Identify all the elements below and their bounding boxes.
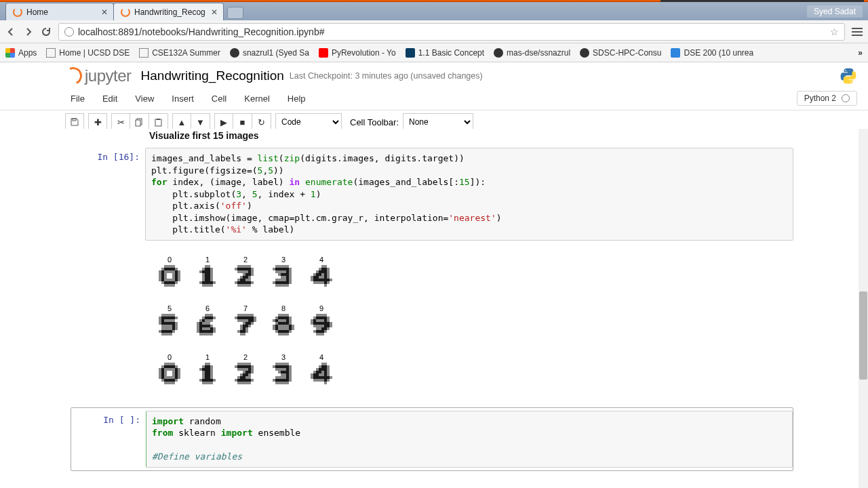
digit-label: 3: [281, 353, 285, 361]
digit-subplot: 4: [311, 256, 332, 287]
browser-tab[interactable]: Home✕: [5, 3, 114, 20]
bookmark-label: Apps: [18, 48, 37, 58]
bookmark-item[interactable]: DSE 200 (10 unrea: [671, 48, 753, 58]
bookmark-favicon-icon: [494, 48, 503, 58]
input-prompt: In [16]:: [71, 148, 145, 241]
address-bar[interactable]: localhost:8891/notebooks/Handwriting_Rec…: [58, 23, 845, 41]
url-text: localhost:8891/notebooks/Handwriting_Rec…: [78, 26, 324, 37]
digit-label: 2: [243, 256, 248, 264]
digit-subplot: 3: [273, 353, 294, 384]
bookmark-star-icon[interactable]: ☆: [830, 26, 839, 37]
bookmark-favicon-icon: [406, 48, 415, 58]
digit-label: 6: [205, 304, 210, 312]
chrome-menu-button[interactable]: [852, 28, 863, 36]
bookmark-item[interactable]: mas-dse/ssnazrul: [494, 48, 570, 58]
digit-image: [159, 314, 180, 336]
jupyter-menubar: FileEditViewInsertCellKernelHelp Python …: [0, 87, 868, 110]
cell-output: 012345678901234: [71, 253, 793, 391]
digit-label: 3: [281, 256, 285, 264]
forward-button[interactable]: [23, 26, 34, 37]
browser-tab-strip: Home✕Handwriting_Recog✕ Syed Sadat: [0, 0, 868, 20]
markdown-heading: Visualize first 15 images: [0, 129, 859, 148]
digit-image: [311, 314, 332, 336]
menu-file[interactable]: File: [71, 94, 85, 104]
bookmark-item[interactable]: SDSC-HPC-Consu: [580, 48, 661, 58]
site-info-icon[interactable]: [64, 27, 74, 37]
checkpoint-status: Last Checkpoint: 3 minutes ago (unsaved …: [290, 71, 483, 81]
digit-label: 2: [243, 353, 248, 361]
digit-label: 1: [205, 353, 210, 361]
digit-label: 5: [167, 304, 172, 312]
kernel-name: Python 2: [804, 94, 836, 103]
bookmark-label: DSE 200 (10 unrea: [684, 48, 753, 58]
bookmark-label: CSE132A Summer: [152, 48, 220, 58]
bookmark-favicon-icon: [671, 48, 680, 58]
tab-title: Home: [26, 7, 48, 17]
jupyter-logo[interactable]: jupyter: [64, 66, 132, 85]
back-button[interactable]: [5, 26, 16, 37]
tab-close-icon[interactable]: ✕: [211, 7, 219, 16]
jupyter-header: jupyter Handwriting_Recognition Last Che…: [0, 62, 868, 87]
menu-insert[interactable]: Insert: [172, 94, 194, 104]
digit-image: [197, 363, 218, 384]
digit-subplot: 0: [159, 256, 180, 287]
bookmark-label: mas-dse/ssnazrul: [507, 48, 570, 58]
code-cell[interactable]: In [16]: images_and_labels = list(zip(di…: [71, 148, 793, 241]
bookmark-item[interactable]: Apps: [5, 48, 37, 58]
tab-title: Handwriting_Recog: [134, 7, 205, 17]
bookmark-item[interactable]: snazrul1 (Syed Sa: [230, 48, 309, 58]
digit-subplot: 2: [235, 353, 256, 384]
digit-image: [311, 265, 332, 287]
code-input[interactable]: images_and_labels = list(zip(digits.imag…: [145, 148, 793, 241]
menu-kernel[interactable]: Kernel: [244, 94, 270, 104]
menu-view[interactable]: View: [135, 94, 154, 104]
cell-toolbar-label: Cell Toolbar:: [350, 117, 399, 127]
digit-label: 8: [281, 304, 285, 312]
scrollbar-thumb[interactable]: [859, 291, 867, 380]
bookmark-item[interactable]: PyRevolution - Yo: [319, 48, 396, 58]
tab-close-icon[interactable]: ✕: [101, 7, 109, 16]
bookmarks-bar: AppsHome | UCSD DSECSE132A Summersnazrul…: [0, 43, 868, 62]
digit-label: 1: [205, 256, 210, 264]
reload-button[interactable]: [41, 26, 52, 37]
digit-image: [159, 363, 180, 384]
digit-subplot: 6: [197, 304, 218, 336]
digit-image-grid: 012345678901234: [145, 253, 332, 391]
python-logo-icon: [840, 67, 857, 85]
digit-image: [273, 363, 294, 384]
input-prompt: In [ ]:: [71, 411, 146, 468]
bookmark-item[interactable]: 1.1 Basic Concept: [406, 48, 484, 58]
digit-subplot: 3: [273, 256, 294, 287]
menu-help[interactable]: Help: [288, 94, 306, 104]
chrome-profile-badge[interactable]: Syed Sadat: [807, 5, 863, 18]
digit-row: 01234: [159, 353, 332, 384]
bookmarks-overflow-icon[interactable]: »: [858, 48, 863, 58]
bookmark-label: PyRevolution - Yo: [332, 48, 396, 58]
menu-cell[interactable]: Cell: [212, 94, 226, 104]
window-accent-right: [660, 0, 864, 2]
bookmark-item[interactable]: Home | UCSD DSE: [46, 48, 130, 58]
digit-subplot: 0: [159, 353, 180, 384]
digit-image: [235, 265, 256, 287]
code-cell[interactable]: In [ ]: import random from sklearn impor…: [71, 407, 793, 471]
bookmark-label: SDSC-HPC-Consu: [593, 48, 661, 58]
notebook-title[interactable]: Handwriting_Recognition: [141, 68, 284, 83]
menu-edit[interactable]: Edit: [102, 94, 117, 104]
digit-label: 7: [243, 304, 248, 312]
bookmark-item[interactable]: CSE132A Summer: [139, 48, 220, 58]
kernel-indicator[interactable]: Python 2: [797, 91, 857, 106]
page-scrollbar[interactable]: [859, 129, 868, 488]
digit-label: 9: [319, 304, 323, 312]
browser-toolbar: localhost:8891/notebooks/Handwriting_Rec…: [0, 20, 868, 43]
bookmark-favicon-icon: [319, 48, 328, 58]
digit-subplot: 7: [235, 304, 256, 336]
bookmark-label: 1.1 Basic Concept: [418, 48, 484, 58]
new-tab-button[interactable]: [227, 7, 243, 19]
digit-image: [273, 265, 294, 287]
jupyter-logo-icon: [62, 64, 84, 87]
bookmark-favicon-icon: [230, 48, 239, 58]
code-input[interactable]: import random from sklearn import ensemb…: [146, 411, 793, 468]
bookmark-favicon-icon: [580, 48, 589, 58]
digit-subplot: 8: [273, 304, 294, 336]
browser-tab[interactable]: Handwriting_Recog✕: [113, 3, 224, 20]
